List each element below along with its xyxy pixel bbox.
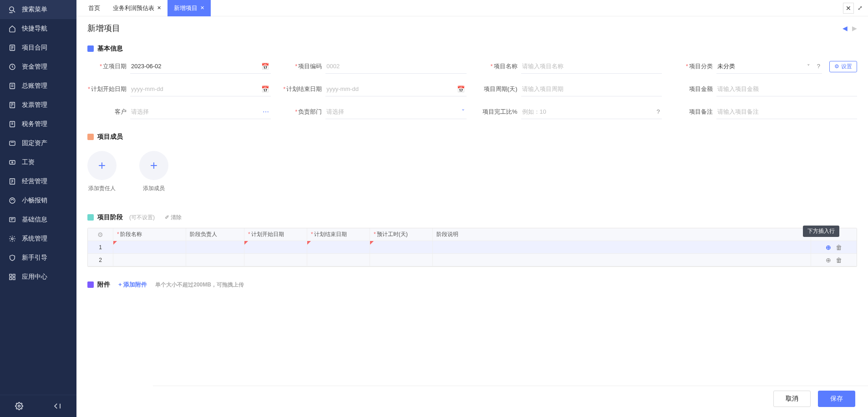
add-member-label: 添加成员: [143, 185, 165, 192]
sidebar-item-search[interactable]: 搜索菜单: [0, 0, 76, 19]
sidebar-item-guide[interactable]: 新手引导: [0, 248, 76, 267]
plan-end-input[interactable]: [325, 85, 466, 93]
expense-icon: [8, 196, 16, 205]
sidebar-item-label: 税务管理: [22, 120, 47, 128]
sidebar-item-biz[interactable]: 经营管理: [0, 172, 76, 191]
section-title: 附件: [97, 281, 110, 289]
section-basic: 基本信息: [87, 45, 857, 53]
add-member-button[interactable]: +: [139, 151, 168, 180]
delete-row-icon[interactable]: 🗑: [836, 256, 842, 264]
cell-start[interactable]: [244, 241, 307, 253]
section-stage: 项目阶段 (可不设置) ✐清除: [87, 213, 857, 221]
sidebar-item-invoice[interactable]: 发票管理: [0, 95, 76, 115]
add-owner-button[interactable]: +: [87, 151, 117, 180]
cancel-button[interactable]: 取消: [773, 391, 811, 407]
expand-icon[interactable]: ⤢: [856, 5, 864, 11]
project-name-input[interactable]: [521, 62, 662, 70]
amount-input[interactable]: [716, 85, 857, 93]
section-icon: [87, 281, 94, 288]
sidebar-item-tax[interactable]: 税务管理: [0, 115, 76, 134]
calendar-icon[interactable]: 📅: [261, 63, 269, 70]
label-progress: 项目完工比%: [478, 108, 518, 116]
help-icon[interactable]: ?: [817, 63, 820, 70]
cell-owner[interactable]: [186, 254, 244, 266]
row-actions: ⊕ 🗑: [811, 241, 857, 253]
add-owner: +添加责任人: [87, 151, 117, 192]
help-icon[interactable]: ?: [657, 108, 660, 115]
label-plan-end: 计划结束日期: [283, 85, 322, 93]
svg-point-0: [10, 7, 14, 11]
row-number: 1: [88, 241, 113, 253]
tab-home[interactable]: 首页: [82, 0, 107, 16]
category-select[interactable]: [716, 62, 822, 70]
progress-input[interactable]: [521, 107, 662, 116]
cell-owner[interactable]: [186, 241, 244, 253]
settings-button[interactable]: ⚙设置: [829, 61, 857, 72]
sidebar-item-funds[interactable]: 资金管理: [0, 57, 76, 76]
stage-row[interactable]: 2 ⊕ 🗑: [88, 254, 857, 266]
label-period: 项目周期(天): [478, 85, 518, 93]
cell-hours[interactable]: [370, 241, 433, 253]
nav-next-icon[interactable]: ▶: [852, 25, 857, 32]
tab-profit-report[interactable]: 业务利润预估表✕: [107, 0, 168, 16]
label-customer: 客户: [87, 108, 127, 116]
settings-icon[interactable]: [15, 402, 24, 411]
label-project-name: 项目名称: [478, 62, 518, 70]
sidebar-item-label: 经营管理: [22, 177, 47, 186]
sidebar-item-label: 总账管理: [22, 82, 47, 90]
nav-prev-icon[interactable]: ◀: [843, 25, 848, 32]
sidebar-item-expense[interactable]: 小畅报销: [0, 191, 76, 210]
insert-row-icon[interactable]: ⊕: [826, 256, 831, 264]
cell-end[interactable]: [307, 254, 370, 266]
stage-row[interactable]: 1 ⊕ 🗑: [88, 241, 857, 254]
sidebar-item-contract[interactable]: 项目合同: [0, 38, 76, 57]
required-marker-icon: [370, 241, 374, 245]
insert-row-icon[interactable]: ⊕: [826, 244, 831, 251]
col-gear[interactable]: ⚙: [88, 228, 113, 241]
cell-desc[interactable]: [433, 241, 811, 253]
cell-end[interactable]: [307, 241, 370, 253]
sidebar-item-ledger[interactable]: 总账管理: [0, 76, 76, 95]
gear-icon: ⚙: [97, 231, 103, 238]
clear-button[interactable]: ✐清除: [165, 214, 182, 221]
close-all-button[interactable]: ✕: [843, 3, 854, 14]
period-input[interactable]: [521, 85, 662, 93]
add-attachment-button[interactable]: + 添加附件: [118, 281, 147, 289]
chevron-down-icon[interactable]: ˅: [462, 108, 465, 116]
calendar-icon[interactable]: 📅: [457, 85, 465, 93]
cell-name[interactable]: [113, 241, 186, 253]
cell-desc[interactable]: [433, 254, 811, 266]
cell-hours[interactable]: [370, 254, 433, 266]
biz-icon: [8, 177, 16, 186]
save-button[interactable]: 保存: [818, 391, 855, 407]
sidebar-item-apps[interactable]: 应用中心: [0, 267, 76, 286]
cell-start[interactable]: [244, 254, 307, 266]
sidebar-item-info[interactable]: 基础信息: [0, 210, 76, 229]
setup-date-input[interactable]: [130, 62, 271, 70]
chevron-down-icon[interactable]: ˅: [807, 63, 810, 70]
label-category: 项目分类: [674, 62, 713, 70]
svg-point-10: [10, 198, 15, 203]
sidebar-item-system[interactable]: 系统管理: [0, 229, 76, 248]
project-code-input[interactable]: [325, 62, 466, 70]
add-member: +添加成员: [139, 151, 168, 192]
cell-name[interactable]: [113, 254, 186, 266]
customer-select[interactable]: [130, 107, 271, 116]
delete-row-icon[interactable]: 🗑: [836, 244, 842, 251]
dept-select[interactable]: [325, 107, 466, 116]
section-attach: 附件 + 添加附件 单个大小不超过200MB，可拖拽上传: [87, 281, 857, 289]
sidebar-item-wage[interactable]: 工资: [0, 153, 76, 172]
collapse-icon[interactable]: [53, 402, 62, 411]
svg-point-8: [12, 162, 13, 163]
close-icon[interactable]: ✕: [157, 5, 161, 11]
tab-new-project[interactable]: 新增项目✕: [168, 0, 211, 16]
calendar-icon[interactable]: 📅: [261, 85, 269, 93]
close-icon[interactable]: ✕: [200, 5, 204, 11]
remark-input[interactable]: [716, 107, 857, 116]
more-icon[interactable]: ⋯: [263, 108, 269, 116]
sidebar-item-quicknav[interactable]: 快捷导航: [0, 19, 76, 38]
svg-rect-13: [10, 274, 12, 276]
sidebar-item-label: 快捷导航: [22, 25, 47, 33]
sidebar-item-assets[interactable]: 固定资产: [0, 134, 76, 153]
plan-start-input[interactable]: [130, 85, 271, 93]
